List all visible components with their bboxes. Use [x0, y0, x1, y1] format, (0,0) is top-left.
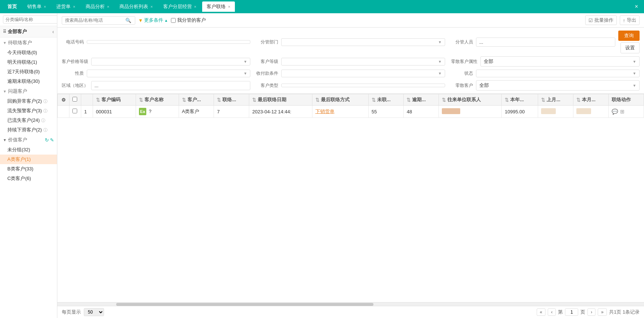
page-size-label: 每页显示: [62, 309, 81, 315]
next-page-button[interactable]: ›: [587, 308, 595, 316]
sidebar-item-c-customers[interactable]: C类客户(6): [0, 174, 57, 183]
sidebar-item-declining-customers[interactable]: 持续下滑客户(2) ⓘ: [0, 125, 57, 135]
nav-tab-goods-analysis-list[interactable]: 商品分析列表 ×: [115, 1, 157, 12]
qr-icon[interactable]: ⊞: [620, 109, 625, 114]
nav-tab-sales[interactable]: 销售单 ×: [23, 1, 50, 12]
nav-tab-customer-contact[interactable]: 客户联络 ×: [202, 1, 235, 12]
total-label: 共1页 1条记录: [609, 309, 640, 315]
problem-arrow-icon: ▼: [3, 89, 7, 93]
sidebar-all-customers-header[interactable]: ⠿ 全部客户 ‹: [0, 26, 57, 38]
row-no-contact-cell: 55: [368, 106, 404, 118]
price-level-dropdown[interactable]: ▼: [91, 58, 250, 66]
nature-dropdown[interactable]: ▼: [87, 70, 250, 77]
sidebar-collapse-icon[interactable]: ‹: [52, 29, 54, 35]
nav-tab-customer-segment[interactable]: 客户分层经营 ×: [159, 1, 201, 12]
unit-contact-col-label: 往来单位联系人: [447, 96, 481, 103]
customer-type-input[interactable]: [281, 84, 445, 87]
edit-icon[interactable]: ✎: [50, 137, 54, 143]
pending-arrow-icon: ▼: [3, 41, 7, 45]
sidebar-item-loss-warning[interactable]: 流失预警客户(3) ⓘ: [0, 106, 57, 116]
sales-close-icon[interactable]: ×: [44, 4, 46, 9]
sidebar-item-tomorrow-pending[interactable]: 明天待联络(1): [0, 57, 57, 67]
close-all-button[interactable]: ×: [632, 3, 641, 10]
sidebar-group-pending-contact[interactable]: ▼ 待联络客户: [0, 38, 57, 48]
more-filters-button[interactable]: ▼ 更多条件 ▲: [138, 17, 168, 24]
goods-analysis-list-close-icon[interactable]: ×: [150, 4, 153, 9]
sidebar-item-overdue-contact[interactable]: 逾期未联络(30): [0, 77, 57, 86]
sidebar-item-unclassified[interactable]: 未分组(32): [0, 145, 57, 155]
col-settings[interactable]: ⚙: [58, 94, 69, 106]
this-year-col-label: 本年...: [510, 96, 524, 103]
col-overdue[interactable]: ⇅逾期...: [404, 94, 439, 106]
search-bar: 🔍: [62, 16, 135, 25]
export-button[interactable]: ↑ 导出: [620, 15, 640, 25]
col-code[interactable]: ⇅客户编码: [93, 94, 136, 106]
page-input[interactable]: [565, 308, 578, 316]
last-date-col-label: 最后联络日期: [258, 96, 286, 103]
chat-icon[interactable]: 💬: [612, 109, 618, 114]
value-group-icons: ↻ ✎: [45, 137, 54, 143]
region-input[interactable]: ...: [91, 81, 250, 90]
settings-col-icon[interactable]: ⚙: [61, 97, 66, 103]
sidebar-group-problem-customers[interactable]: ▼ 问题客户: [0, 86, 57, 96]
phone-input[interactable]: [87, 40, 250, 44]
main-search-input[interactable]: [65, 18, 124, 23]
col-contact-count[interactable]: ⇅联络...: [214, 94, 249, 106]
nav-tab-purchase[interactable]: 进货单 ×: [52, 1, 79, 12]
select-all-checkbox[interactable]: [72, 97, 77, 102]
retail-customer-dropdown[interactable]: 全部 ▼: [476, 80, 640, 91]
col-no-contact[interactable]: ⇅未联...: [368, 94, 404, 106]
col-last-date[interactable]: ⇅最后联络日期: [249, 94, 312, 106]
retail-attr-dropdown[interactable]: 全部 ▼: [480, 56, 640, 67]
page-label: 第: [558, 309, 563, 315]
col-this-year[interactable]: ⇅本年...: [502, 94, 538, 106]
sidebar-item-repurchase-abnormal[interactable]: 回购异常客户(2) ⓘ: [0, 96, 57, 106]
sidebar-item-lost-customers[interactable]: 已流失客户(24) ⓘ: [0, 116, 57, 125]
my-customers-checkbox[interactable]: [171, 18, 176, 23]
type-col-label: 客户...: [187, 96, 201, 103]
col-last-method[interactable]: ⇅最后联络方式: [312, 94, 368, 106]
payment-dropdown[interactable]: ▼: [281, 70, 445, 77]
row-last-method-cell[interactable]: 下销货单: [312, 106, 368, 118]
prev-page-button[interactable]: ‹: [548, 308, 556, 316]
col-unit-contact[interactable]: ⇅往来单位联系人: [439, 94, 502, 106]
col-last-month[interactable]: ⇅上月...: [538, 94, 573, 106]
customer-segment-close-icon[interactable]: ×: [194, 4, 196, 9]
sidebar-item-today-pending[interactable]: 今天待联络(0): [0, 48, 57, 57]
col-this-month[interactable]: ⇅本月...: [573, 94, 609, 106]
scrollbar-thumb[interactable]: [116, 303, 373, 306]
page-size-select[interactable]: 50 100 200: [84, 308, 104, 316]
batch-op-button[interactable]: ☑ 批量操作: [585, 15, 617, 25]
status-dropdown[interactable]: ▼: [476, 70, 640, 77]
sidebar-group-value-customers[interactable]: ▼ 价值客户 ↻ ✎: [0, 135, 57, 145]
customer-type-label: 客户类型: [256, 82, 278, 89]
customer-name-text[interactable]: ？: [148, 108, 153, 115]
sidebar-item-b-customers[interactable]: B类客户(33): [0, 164, 57, 174]
main-search-icon[interactable]: 🔍: [125, 18, 131, 23]
customer-contact-close-icon[interactable]: ×: [228, 4, 230, 9]
horizontal-scrollbar[interactable]: [57, 302, 644, 306]
customer-level-label: 客户等级: [256, 59, 278, 65]
sidebar-search-input[interactable]: [3, 15, 57, 24]
dept-dropdown[interactable]: ▼: [281, 38, 445, 46]
setting-button[interactable]: 设置: [620, 42, 640, 53]
sidebar-item-a-customers[interactable]: A类客户(1): [0, 155, 57, 164]
goods-analysis-close-icon[interactable]: ×: [107, 4, 109, 9]
first-page-button[interactable]: «: [537, 308, 546, 316]
last-page-button[interactable]: »: [598, 308, 607, 316]
code-col-label: 客户编码: [101, 96, 121, 103]
row-unit-contact-cell: [439, 106, 502, 118]
query-button[interactable]: 查询: [618, 31, 640, 41]
nav-tab-goods-analysis[interactable]: 商品分析 ×: [81, 1, 114, 12]
pagination: « ‹ 第 页 › » 共1页 1条记录: [537, 308, 640, 316]
customer-level-dropdown[interactable]: ▼: [281, 58, 445, 66]
manager-input[interactable]: ...: [476, 38, 615, 47]
purchase-close-icon[interactable]: ×: [73, 4, 75, 9]
row-checkbox-cell: [69, 106, 81, 118]
row-checkbox[interactable]: [72, 109, 77, 113]
col-name[interactable]: ⇅客户名称: [136, 94, 179, 106]
nav-tab-home[interactable]: 首页: [3, 1, 21, 12]
refresh-icon[interactable]: ↻: [45, 137, 49, 143]
col-type[interactable]: ⇅客户...: [179, 94, 214, 106]
sidebar-item-week-pending[interactable]: 近7天待联络(0): [0, 67, 57, 77]
